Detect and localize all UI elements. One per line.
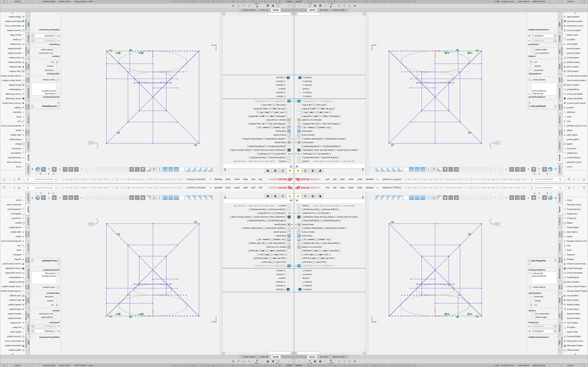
tab-model[interactable]: Model — [307, 8, 318, 12]
tree-item[interactable]: ▶▤Design Binder — [222, 223, 294, 226]
tab-motion-study-1[interactable]: Motion Study 1 — [331, 355, 349, 359]
clock2-icon[interactable]: ◶ — [242, 359, 246, 363]
gear-icon[interactable]: ✱ — [353, 4, 357, 8]
flyout-item-perimeter-circle[interactable]: ◌Perimeter Circle — [563, 160, 588, 165]
tree-item[interactable]: ▶◯Ƨ5ƷΕИΝΑ∪+◯◦◯+∪ΑИΝƷΕ5Ƨ◯ — [222, 264, 294, 268]
flyout-item-center-rectangle[interactable]: ▣Center Rectangle — [563, 96, 588, 101]
add-relation-horizontal[interactable]: —Horizontal — [30, 294, 61, 299]
relations-listbox[interactable]: Collinear108Equal length109 — [31, 272, 57, 284]
tree-item[interactable]: ▶▤Design Binder — [222, 141, 294, 144]
expand-caret-icon[interactable]: ﹀ — [31, 29, 33, 31]
tree-item[interactable]: ◯✜Ƨ9◦♣◯⊛◉∣◯◦◯∣◉⊛◯♣◦9Ƨ✜◯ — [222, 256, 294, 260]
folderc-icon[interactable]: ❐ — [347, 359, 352, 363]
relation-tag[interactable]: ▨3 — [468, 234, 471, 235]
gear-icon[interactable]: ✱ — [353, 359, 357, 363]
tab-direct-editing[interactable]: Direct Editing — [558, 227, 562, 241]
sketch-tree-item[interactable]: ∟(-) Sketch2 — [222, 91, 294, 95]
sketch-tree-item[interactable]: ∟Sketch3 — [222, 276, 294, 280]
spin-up-icon[interactable]: ▲ — [31, 41, 34, 43]
flyout-item-polygon[interactable]: ◇Polygon — [563, 106, 588, 110]
panel-expand-chevron[interactable]: ❯ — [224, 168, 226, 171]
clock1-icon[interactable]: ◷ — [247, 4, 251, 8]
tab-nav-icon[interactable]: ▶| — [281, 8, 284, 12]
flyout-item-parallelogram[interactable]: ▱Parallelogram — [563, 87, 588, 92]
search-dropdown-icon[interactable]: ▼ — [23, 179, 26, 180]
length-field[interactable]: 10.88152731 — [532, 324, 554, 328]
option-for-construction[interactable]: For construction — [30, 312, 61, 316]
add-relation-fix[interactable]: Fix — [30, 303, 61, 307]
panel-scrollbar[interactable]: ◀ ▶ — [222, 352, 294, 355]
clock1-icon[interactable]: ◷ — [337, 359, 341, 363]
expand-arrow-icon[interactable]: ▶ — [291, 142, 293, 143]
toolbar-drag-handle[interactable] — [295, 4, 296, 8]
spin-down-icon[interactable]: ▼ — [554, 39, 557, 41]
flyout-item-trim-entities[interactable]: ✂Trim Entities — [563, 320, 588, 325]
sketch-tree-item[interactable]: ∟(-) Sketch6 — [294, 76, 366, 80]
flyout-item-partial-ellipse[interactable]: ◔Partial Ellipse — [0, 137, 25, 142]
tree-item[interactable]: Σ◯Ƨ5ИΝ◎◦♣Α∪ⁿƷΕ◯◦◯ƷΕⁿ∪Α♣◦◎ИΝ5Ƨ◯ — [222, 122, 294, 126]
option-infinite-length[interactable]: Infinite length — [527, 48, 558, 51]
sketch-tree-item[interactable]: ∟(-) Sketch2 — [294, 272, 366, 276]
flyout-item-copy-entities[interactable]: ◰Copy Entities — [0, 69, 25, 74]
tab-features[interactable]: Features — [26, 163, 30, 175]
status-zoom-scale[interactable]: Custom ▲ — [563, 0, 580, 3]
flyout-item-polygon[interactable]: ◇Polygon — [0, 257, 25, 261]
close-button[interactable]: ✕ — [0, 178, 1, 181]
ok-check-icon[interactable]: ✔ — [30, 262, 61, 266]
restore-button[interactable]: ❐ — [1, 178, 7, 181]
tab-nav-icon[interactable]: ◀ — [287, 355, 290, 359]
angle-spinner[interactable]: ▲▼ — [31, 329, 34, 333]
menu-window[interactable]: Window — [213, 177, 224, 182]
flyout-item-linear-sketch-pattern[interactable]: ∷Linear Sketch Pattern — [0, 284, 25, 289]
configuration-manager-tab[interactable] — [272, 194, 279, 199]
tree-root-item[interactable]: ★TЯPDL2.⊙ ƷΕ ⊙ Ш ⊙ ⊙ ⊙ ✜ ⊙ ƆC ⊙ ƷΕ ⊙ · ⊙… — [222, 159, 294, 163]
flyout-item-intersection-curve[interactable]: ≋Intersection Curve — [563, 339, 588, 343]
checkbox-icon[interactable] — [54, 52, 56, 55]
menu-view[interactable]: View — [338, 186, 346, 190]
menu-file[interactable]: File — [324, 186, 331, 190]
relation-tag[interactable]: ╱ — [457, 49, 458, 51]
panel-scrollbar[interactable]: ◀ ▶ — [294, 352, 366, 355]
flyout-item-partial-ellipse[interactable]: ◔Partial Ellipse — [0, 225, 25, 230]
tab-data-migration[interactable]: Data Migration — [26, 44, 30, 59]
flyout-item-point[interactable]: ▪Point — [563, 248, 588, 252]
confirmation-corner[interactable] — [490, 219, 500, 226]
expand-arrow-icon[interactable]: ▶ — [295, 212, 297, 214]
tree-item[interactable]: Σ◯Ƨ5ИΝ◎◦♣Α∪ⁿƷΕ◯◦◯ƷΕⁿ∪Α♣◦◎ИΝ5Ƨ◯ — [294, 122, 366, 126]
tab-model[interactable]: Model — [307, 355, 318, 359]
configuration-manager-tab[interactable] — [309, 194, 316, 199]
ok-check-icon[interactable]: ✔ — [527, 262, 558, 266]
tree-item[interactable]: Material <not specified> — [222, 245, 294, 249]
tab-mold-tools[interactable]: Mold Tools — [26, 281, 30, 293]
tab-mbd-dimensions[interactable]: MBD Dimensions — [26, 334, 30, 350]
flyout-item-corner-rectangle[interactable]: ▭Corner Rectangle — [0, 92, 25, 96]
tab-overflow-icon[interactable]: ⋮ — [558, 12, 562, 16]
expand-arrow-icon[interactable]: ▶ — [291, 100, 293, 102]
tree-item[interactable]: ◯✜Ƨ9◦♣◯⊛◉∣◯◦◯∣◉⊛◯♣◦9Ƨ✜◯ — [222, 107, 294, 111]
tree-item[interactable]: ▶◉◯Λ♣◎✜Ƨ5◦Ƨ◯◦◯Ƨ◦5Ƨ✜◎♣Λ◯ — [222, 211, 294, 215]
property-manager-tab[interactable] — [302, 194, 309, 199]
flyout-item-perimeter-circle[interactable]: ◌Perimeter Circle — [563, 202, 588, 207]
options-section[interactable]: Options ︿ — [30, 55, 61, 58]
flyout-item-equation-driven-curve[interactable]: ƒEquation Driven Curve — [563, 124, 588, 128]
tab-data-migration[interactable]: Data Migration — [558, 308, 562, 323]
flyout-item-3-point-center-recta-[interactable]: ◈3 Point Center Recta... — [563, 101, 588, 106]
expand-arrow-icon[interactable]: ▶ — [295, 142, 297, 143]
tab-evaluate[interactable]: Evaluate — [558, 241, 562, 253]
search-icon[interactable]: Q — [558, 178, 562, 181]
gear-icon[interactable]: ✱ — [231, 4, 235, 8]
length-spinner[interactable]: ▲▼ — [31, 324, 34, 328]
expand-arrow-icon[interactable]: ▶ — [295, 153, 297, 155]
tab-markup[interactable]: Markup — [26, 33, 30, 44]
flyout-item-polygon[interactable]: ◇Polygon — [0, 106, 25, 110]
tab-motion-study-1[interactable]: Motion Study 1 — [331, 8, 349, 12]
tree-item[interactable]: ◯✜ИΝ◎♣+◯⊛◉∣◯◦◯∣◉⊛◯+♣◎ИΝ✜◯ — [294, 249, 366, 253]
flyout-item-move-entities[interactable]: ✚Move Entities — [0, 298, 25, 302]
tree-item[interactable]: ★◯Ƨ5ƷΕ✜◦♣◎ΛΑΦ◯◦◯ΦΑΛ◎♣◦✜ƷΕ5Ƨ◯ — [294, 208, 366, 211]
parameters-section[interactable]: Parameters ︿ — [30, 43, 61, 47]
flyout-item-scale-entities[interactable]: ◹Scale Entities — [563, 307, 588, 311]
sketch-tree-item[interactable]: ∟(-) Sketch5 — [222, 280, 294, 284]
flyout-item-equation-driven-curve[interactable]: ƒEquation Driven Curve — [0, 239, 25, 243]
filter-icon[interactable]: ⇅ — [323, 359, 328, 363]
relation-tag[interactable]: ▨3 — [391, 221, 394, 223]
